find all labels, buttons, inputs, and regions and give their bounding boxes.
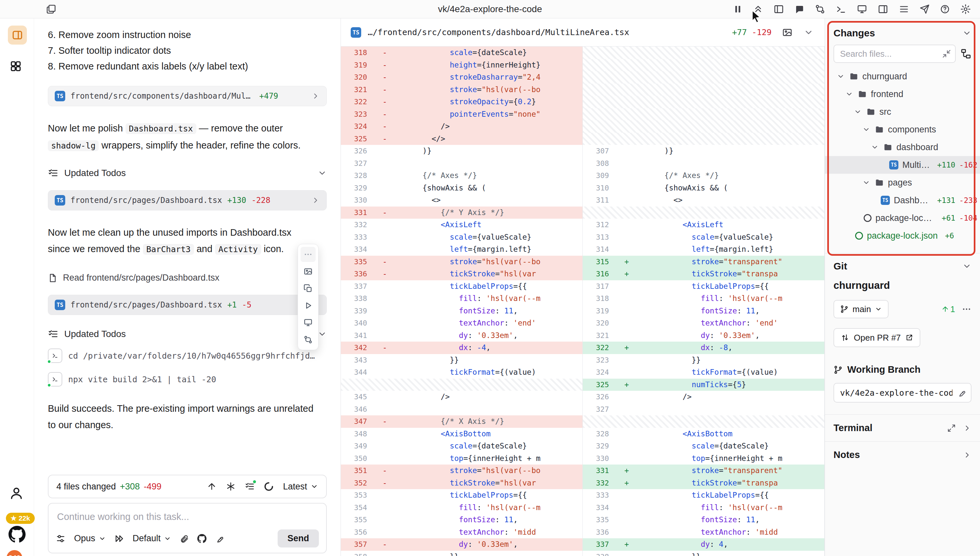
tree-folder-churnguard[interactable]: churnguard (825, 68, 980, 85)
todos-status-icon[interactable] (245, 482, 255, 491)
folder-icon (883, 142, 893, 152)
file-diff-chip-dashboard-2[interactable]: TS frontend/src/pages/Dashboard.tsx +1 -… (48, 295, 327, 315)
diff-line: 334 left={margin.left} (341, 243, 583, 256)
files-changed-bar[interactable]: 4 files changed +308 -499 Latest (48, 475, 327, 498)
tree-file-package-lock.json[interactable]: package-lock.json+61-104 (825, 209, 980, 227)
chevron-down-icon (845, 90, 854, 98)
diff-line: 320- strokeDasharray="2,4 (341, 71, 583, 84)
diff-line (583, 207, 824, 219)
git-compare-icon[interactable] (815, 4, 825, 15)
send-button[interactable]: Send (278, 529, 319, 548)
chevron-down-icon (862, 126, 871, 133)
model-dropdown[interactable]: Opus (74, 533, 106, 543)
search-files-input[interactable] (833, 45, 956, 63)
tree-file-MultiLineArea.tsx[interactable]: TSMultiLineArea.tsx+110-162 (825, 156, 980, 174)
collapse-tree-icon[interactable] (942, 49, 951, 58)
terminal-chip-icon (48, 349, 62, 363)
diff-line: 350 top={innerHeight + m (341, 453, 583, 465)
tree-file-Dashboard.tsx[interactable]: TSDashboard.tsx+131-233 (825, 191, 980, 209)
screenshot-icon[interactable] (782, 27, 793, 38)
edit-pencil-icon[interactable] (957, 388, 966, 397)
fast-forward-icon[interactable] (115, 534, 124, 543)
chat-input[interactable] (50, 507, 324, 527)
attachment-icon[interactable] (179, 534, 189, 543)
chat-panel: 6. Remove zoom instruction noise 7. Soft… (34, 18, 341, 556)
tree-folder-dashboard[interactable]: dashboard (825, 138, 980, 156)
share-icon[interactable] (920, 4, 930, 14)
diff-line: 328 {/* Axes */} (341, 170, 583, 182)
file-diff-chip-dashboard[interactable]: TS frontend/src/pages/Dashboard.tsx +130… (48, 190, 327, 210)
diff-line: 353 tickLabelProps={{ (341, 489, 583, 501)
terminal-command-row[interactable]: npx vite build 2>&1 | tail -20 (48, 372, 327, 386)
run-icon[interactable] (300, 298, 316, 313)
diff-line (583, 133, 824, 145)
tree-folder-components[interactable]: components (825, 121, 980, 138)
frames-icon[interactable] (46, 4, 57, 15)
diff-line: 323- pointerEvents="none" (341, 108, 583, 121)
package-icon (855, 232, 863, 240)
diff-line: 348 <AxisBottom (341, 428, 583, 440)
read-file-row[interactable]: Read frontend/src/pages/Dashboard.tsx (48, 273, 327, 283)
workspaces-grid-icon[interactable] (9, 60, 22, 73)
updated-todos-row[interactable]: Updated Todos (48, 329, 327, 339)
assistant-numbered-list: 6. Remove zoom instruction noise 7. Soft… (48, 27, 327, 74)
scroll-up-icon[interactable] (207, 482, 216, 491)
branch-selector[interactable]: main (833, 300, 888, 318)
tree-folder-frontend[interactable]: frontend (825, 85, 980, 103)
panel-left-icon[interactable] (773, 4, 784, 15)
monitor-icon[interactable] (300, 315, 316, 330)
diff-line: 329 scale={dateScale} (583, 440, 824, 453)
more-options-icon[interactable] (300, 247, 316, 262)
tree-folder-pages[interactable]: pages (825, 174, 980, 191)
expand-icon[interactable] (947, 424, 956, 432)
menu-icon[interactable] (899, 4, 909, 15)
chat-bubble-icon[interactable] (794, 4, 804, 14)
sparkle-icon[interactable] (226, 482, 236, 491)
inline-code: shadow-lg (48, 140, 98, 151)
copy-icon[interactable] (300, 281, 316, 296)
assistant-paragraph: Now let me clean up the unused imports i… (48, 224, 314, 258)
folder-icon (858, 89, 867, 99)
updated-todos-row[interactable]: Updated Todos (48, 168, 327, 178)
git-compare-icon[interactable] (300, 332, 316, 347)
tree-file-package-lock.json[interactable]: package-lock.json+6 (825, 227, 980, 244)
settings-gear-icon[interactable] (960, 4, 971, 15)
notes-section-header[interactable]: Notes (825, 441, 980, 468)
monitor-icon[interactable] (857, 4, 867, 15)
help-icon[interactable] (940, 4, 950, 14)
terminal-icon[interactable] (836, 4, 846, 15)
profile-icon[interactable] (9, 486, 24, 500)
diff-line: 324- /> (341, 120, 583, 133)
tree-folder-src[interactable]: src (825, 103, 980, 121)
app-logo-icon[interactable] (8, 26, 27, 45)
terminal-section-header[interactable]: Terminal (825, 414, 980, 441)
pause-icon[interactable] (733, 4, 743, 14)
screenshot-icon[interactable] (300, 264, 316, 279)
diff-line: 332+ tickStroke="transpa (583, 477, 824, 490)
github-icon[interactable] (8, 526, 26, 543)
file-diff-chip-multilinearea[interactable]: TS frontend/src/components/dashboard/Mul… (48, 86, 327, 106)
chevron-down-icon[interactable] (804, 27, 814, 37)
open-pr-button[interactable]: Open PR #7 (833, 328, 920, 347)
pen-icon[interactable] (215, 534, 224, 543)
panel-right-icon[interactable] (878, 4, 888, 15)
working-branch-input[interactable] (833, 383, 972, 402)
tree-label: package-lock.json (875, 213, 935, 223)
diff-line: 339 fontSize: 11, (341, 305, 583, 317)
sliders-icon[interactable] (56, 534, 66, 543)
todos-label: Updated Todos (64, 168, 126, 178)
commits-ahead[interactable]: 1 (941, 304, 955, 314)
tree-view-toggle-icon[interactable] (960, 48, 972, 59)
diff-line: 309 {/* Axes */} (583, 170, 824, 182)
tree-label: dashboard (896, 142, 938, 152)
diff-line: 329 {showAxis && ( (341, 182, 583, 194)
mode-dropdown[interactable]: Default (133, 533, 171, 543)
git-section-header[interactable]: Git (825, 254, 980, 276)
ahead-count: 1 (951, 304, 955, 314)
terminal-command-row[interactable]: cd /private/var/folders/10/h7w0q46556ggr… (48, 349, 327, 363)
more-options-icon[interactable] (962, 304, 972, 314)
version-dropdown[interactable]: Latest (283, 482, 318, 492)
github-small-icon[interactable] (197, 534, 207, 543)
diff-line: 352- tickStroke="hsl(var (341, 477, 583, 490)
changes-section-header[interactable]: Changes (825, 18, 980, 43)
